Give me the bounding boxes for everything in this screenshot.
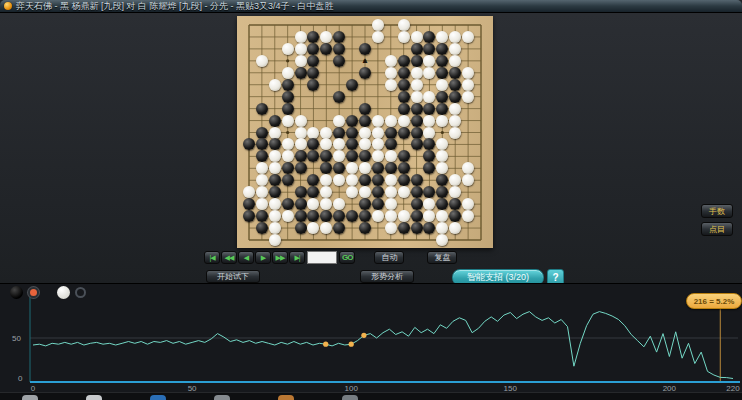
white-stone: [295, 138, 307, 150]
white-stone: [385, 186, 397, 198]
black-stone: [295, 222, 307, 234]
svg-text:50: 50: [12, 334, 21, 343]
white-stone: [411, 31, 423, 43]
winrate-chart[interactable]: 050100150200220500: [0, 284, 742, 393]
start-trial-button[interactable]: 开始试下: [206, 270, 260, 283]
black-stone: [436, 91, 448, 103]
black-stone: [359, 103, 371, 115]
white-stone: [385, 222, 397, 234]
white-stone: [449, 115, 461, 127]
black-stone: [359, 67, 371, 79]
black-stone: [411, 55, 423, 67]
auto-play-button[interactable]: 自动: [374, 251, 404, 264]
black-stone: [333, 43, 345, 55]
white-stone: [385, 174, 397, 186]
white-stone: [333, 115, 345, 127]
white-stone: [398, 19, 410, 31]
black-stone: [256, 103, 268, 115]
nav-forward-button[interactable]: ▶: [255, 251, 271, 264]
white-stone: [295, 55, 307, 67]
black-stone: [398, 103, 410, 115]
white-stone: [282, 150, 294, 162]
black-stone: [333, 91, 345, 103]
main-panel: ▲ 手数 点目 |◀◀◀◀▶▶▶▶| GO 自动 复盘 开始试下 形势分析 智能…: [0, 13, 742, 283]
title-bar[interactable]: 弈天石佛 - 黑 杨鼎新 [九段] 对 白 陈耀烨 [九段] - 分先 - 黑贴…: [0, 0, 742, 13]
black-stone: [359, 210, 371, 222]
black-stone: [346, 79, 358, 91]
white-stone-icon: [57, 286, 70, 299]
black-stone: [398, 55, 410, 67]
black-stone: [295, 67, 307, 79]
review-button[interactable]: 复盘: [427, 251, 457, 264]
black-stone: [372, 186, 384, 198]
count-points-button[interactable]: 点目: [701, 222, 733, 236]
white-stone: [449, 103, 461, 115]
black-stone: [256, 210, 268, 222]
black-stone: [295, 186, 307, 198]
position-analysis-button[interactable]: 形势分析: [360, 270, 414, 283]
nav-first-button[interactable]: |◀: [204, 251, 220, 264]
black-stone: [411, 43, 423, 55]
white-stone: [372, 127, 384, 139]
black-stone: [411, 186, 423, 198]
go-button[interactable]: GO: [339, 251, 355, 264]
white-stone: [385, 79, 397, 91]
move-numbers-button[interactable]: 手数: [701, 204, 733, 218]
nav-forward-fast-button[interactable]: ▶▶: [272, 251, 288, 264]
black-stone: [282, 91, 294, 103]
nav-back-button[interactable]: ◀: [238, 251, 254, 264]
black-stone: [256, 222, 268, 234]
app-window: 弈天石佛 - 黑 杨鼎新 [九段] 对 白 陈耀烨 [九段] - 分先 - 黑贴…: [0, 0, 742, 400]
window-title: 弈天石佛 - 黑 杨鼎新 [九段] 对 白 陈耀烨 [九段] - 分先 - 黑贴…: [16, 0, 334, 13]
taskbar-icon-2[interactable]: [86, 395, 102, 400]
taskbar-icon-1[interactable]: [22, 395, 38, 400]
white-perspective-radio[interactable]: [75, 287, 86, 298]
white-stone: [282, 43, 294, 55]
black-stone: [398, 150, 410, 162]
white-stone: [256, 186, 268, 198]
black-stone: [449, 91, 461, 103]
white-stone: [269, 234, 281, 246]
white-stone: [372, 210, 384, 222]
black-stone: [346, 115, 358, 127]
black-stone: [256, 127, 268, 139]
black-perspective-radio[interactable]: [28, 287, 39, 298]
black-stone: [411, 127, 423, 139]
white-stone: [423, 115, 435, 127]
black-stone: [269, 174, 281, 186]
white-stone: [256, 55, 268, 67]
white-stone: [282, 115, 294, 127]
taskbar-icon-3[interactable]: [150, 395, 166, 400]
black-stone: [385, 127, 397, 139]
white-stone: [385, 55, 397, 67]
white-stone: [295, 31, 307, 43]
go-board[interactable]: ▲: [237, 16, 493, 248]
black-stone: [411, 222, 423, 234]
white-stone: [411, 79, 423, 91]
nav-last-button[interactable]: ▶|: [289, 251, 305, 264]
black-stone: [411, 198, 423, 210]
app-icon: [4, 2, 12, 10]
taskbar-icon-6[interactable]: [342, 395, 358, 400]
taskbar-icon-4[interactable]: [214, 395, 230, 400]
white-stone: [398, 210, 410, 222]
white-stone: [269, 127, 281, 139]
taskbar-icon-5[interactable]: [278, 395, 294, 400]
nav-back-fast-button[interactable]: ◀◀: [221, 251, 237, 264]
black-stone: [295, 210, 307, 222]
black-stone: [359, 222, 371, 234]
black-stone: [449, 67, 461, 79]
black-stone: [269, 115, 281, 127]
taskbar[interactable]: [0, 392, 742, 400]
black-stone: [243, 210, 255, 222]
last-move-marker: ▲: [361, 57, 369, 65]
black-stone: [411, 210, 423, 222]
black-stone: [372, 198, 384, 210]
black-stone-icon: [10, 286, 23, 299]
black-stone: [398, 222, 410, 234]
white-stone: [269, 79, 281, 91]
white-stone: [436, 115, 448, 127]
black-stone: [282, 79, 294, 91]
move-number-input[interactable]: [307, 251, 337, 264]
black-stone: [398, 67, 410, 79]
